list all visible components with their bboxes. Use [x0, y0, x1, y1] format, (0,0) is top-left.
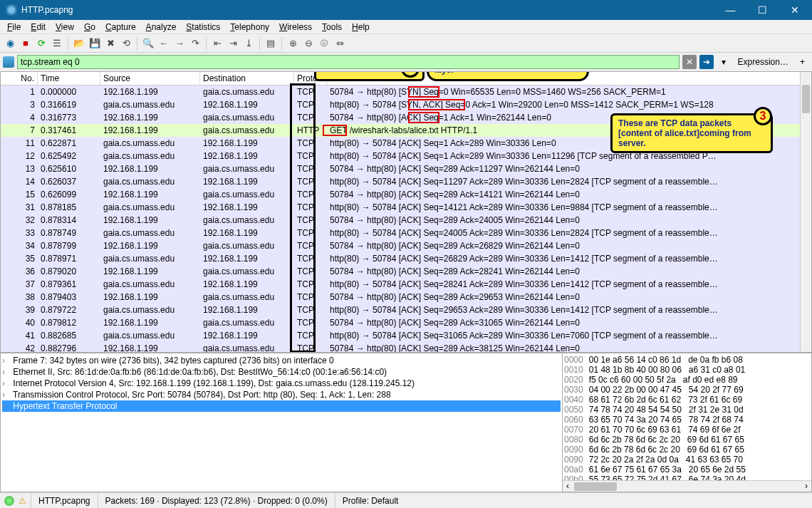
filter-clear-icon[interactable]: ✕: [682, 55, 697, 69]
annotation-2: HTTP GET Request for alice.txt 2: [314, 71, 425, 81]
menu-analyze[interactable]: Analyze: [142, 21, 181, 33]
separator: [281, 37, 282, 50]
app-icon: [6, 4, 17, 16]
start-capture-icon[interactable]: ◉: [3, 36, 17, 51]
prev-icon[interactable]: ←: [157, 36, 171, 51]
filter-history-icon[interactable]: ▾: [717, 55, 731, 69]
menu-telephony[interactable]: Telephony: [226, 21, 274, 33]
packet-row[interactable]: 320.878314192.168.1.199gaia.cs.umass.edu…: [1, 214, 811, 227]
packet-row[interactable]: 400.879812192.168.1.199gaia.cs.umass.edu…: [1, 316, 811, 329]
menu-help[interactable]: Help: [348, 21, 374, 33]
menu-statistics[interactable]: Statistics: [182, 21, 224, 33]
separator: [259, 37, 260, 50]
hex-row[interactable]: 001001 48 1b 8b 40 00 80 06 a6 31 c0 a8 …: [564, 365, 810, 375]
packet-row[interactable]: 360.879020192.168.1.199gaia.cs.umass.edu…: [1, 265, 811, 278]
close-button[interactable]: ✕: [779, 0, 811, 20]
separator: [137, 37, 137, 50]
tree-line[interactable]: › Hypertext Transfer Protocol: [2, 400, 561, 412]
hex-row[interactable]: 006063 65 70 74 3a 20 74 65 78 74 2f 68 …: [564, 415, 810, 425]
tree-line[interactable]: › Transmission Control Protocol, Src Por…: [2, 389, 561, 400]
stop-capture-icon[interactable]: ■: [19, 36, 33, 51]
next-icon[interactable]: →: [172, 36, 187, 51]
packet-row[interactable]: 410.882685gaia.cs.umass.edu192.168.1.199…: [1, 329, 811, 342]
restart-capture-icon[interactable]: ⟳: [34, 36, 48, 51]
col-destination[interactable]: Destination: [200, 72, 294, 85]
hex-scrollbar[interactable]: ‹›: [563, 480, 811, 492]
zoom-reset-icon[interactable]: ⦾: [317, 36, 331, 51]
filter-add-button[interactable]: +: [796, 57, 809, 67]
goto-last-icon[interactable]: ⇥: [226, 36, 240, 51]
status-profile[interactable]: Profile: Default: [335, 493, 406, 508]
zoom-in-icon[interactable]: ⊕: [286, 36, 300, 51]
packet-row[interactable]: 370.879361gaia.cs.umass.edu192.168.1.199…: [1, 278, 811, 291]
packet-row[interactable]: 390.879722gaia.cs.umass.edu192.168.1.199…: [1, 304, 811, 316]
packet-row[interactable]: 140.626037gaia.cs.umass.edu192.168.1.199…: [1, 175, 811, 188]
hex-row[interactable]: 00806d 6c 2b 78 6d 6c 2c 20 69 6d 61 67 …: [564, 435, 810, 445]
details-area: › Frame 7: 342 bytes on wire (2736 bits)…: [0, 353, 812, 492]
packet-row[interactable]: 10.000000192.168.1.199gaia.cs.umass.eduT…: [1, 85, 811, 98]
packet-bytes-pane[interactable]: 000000 1e a6 56 14 c0 86 1d de 0a fb b6 …: [562, 353, 811, 492]
col-no[interactable]: No.: [1, 72, 38, 85]
titlebar: HTTP.pcapng — ☐ ✕: [0, 0, 812, 20]
col-time[interactable]: Time: [38, 72, 100, 85]
packet-row[interactable]: 350.878971gaia.cs.umass.edu192.168.1.199…: [1, 252, 811, 265]
jump-icon[interactable]: ↷: [188, 36, 202, 51]
warning-icon: ⚠: [19, 496, 26, 506]
filter-bookmark-icon[interactable]: [3, 56, 14, 68]
packet-row[interactable]: 130.625610192.168.1.199gaia.cs.umass.edu…: [1, 162, 811, 175]
packet-row[interactable]: 30.316619gaia.cs.umass.edu192.168.1.199T…: [1, 98, 811, 111]
menu-view[interactable]: View: [51, 21, 78, 33]
hex-row[interactable]: 00a061 6e 67 75 61 67 65 3a 20 65 6e 2d …: [564, 465, 810, 475]
menu-capture[interactable]: Capture: [101, 21, 140, 33]
auto-scroll-icon[interactable]: ⤓: [241, 36, 256, 51]
packet-row[interactable]: 150.626099192.168.1.199gaia.cs.umass.edu…: [1, 188, 811, 201]
reload-icon[interactable]: ⟲: [119, 36, 133, 51]
annotation-3: These are TCP data packets [content of a…: [610, 113, 773, 153]
hex-row[interactable]: 009072 2c 20 2a 2f 2a 0d 0a 41 63 63 65 …: [564, 455, 810, 465]
hex-row[interactable]: 0020f5 0c c6 60 00 50 5f 2a af d0 ed e8 …: [564, 375, 810, 385]
packet-row[interactable]: 310.878185gaia.cs.umass.edu192.168.1.199…: [1, 201, 811, 214]
hex-row[interactable]: 007020 61 70 70 6c 69 63 61 74 69 6f 6e …: [564, 425, 810, 435]
packet-details-pane[interactable]: › Frame 7: 342 bytes on wire (2736 bits)…: [1, 353, 562, 492]
hex-row[interactable]: 005074 78 74 20 48 54 54 50 2f 31 2e 31 …: [564, 405, 810, 415]
hex-row[interactable]: 003004 00 22 2b 00 00 47 45 54 20 2f 77 …: [564, 385, 810, 395]
packet-row[interactable]: 420.882796192.168.1.199gaia.cs.umass.edu…: [1, 342, 811, 352]
goto-first-icon[interactable]: ⇤: [210, 36, 224, 51]
tree-line[interactable]: › Ethernet II, Src: 86:1d:de:0a:fb:b6 (8…: [2, 366, 561, 378]
packet-scrollbar[interactable]: [800, 72, 811, 352]
separator: [68, 37, 68, 50]
menu-tools[interactable]: Tools: [318, 21, 346, 33]
display-filter-input[interactable]: [17, 55, 680, 69]
open-file-icon[interactable]: 📂: [72, 36, 86, 51]
col-source[interactable]: Source: [100, 72, 200, 85]
expression-button[interactable]: Expression…: [734, 57, 793, 67]
tree-line[interactable]: › Internet Protocol Version 4, Src: 192.…: [2, 378, 561, 389]
minimize-button[interactable]: —: [714, 0, 746, 20]
packet-list-pane: No. Time Source Destination Protocol Inf…: [0, 71, 812, 353]
expert-info-icon[interactable]: [4, 496, 14, 506]
colorize-icon[interactable]: ▤: [264, 36, 278, 51]
menu-file[interactable]: File: [3, 21, 25, 33]
resize-cols-icon[interactable]: ⇔: [333, 36, 347, 51]
separator: [206, 37, 207, 50]
menu-go[interactable]: Go: [80, 21, 100, 33]
statusbar: ⚠ HTTP.pcapng Packets: 169 · Displayed: …: [0, 492, 812, 508]
maximize-button[interactable]: ☐: [746, 0, 779, 20]
toolbar: ◉ ■ ⟳ ☰ 📂 💾 ✖ ⟲ 🔍 ← → ↷ ⇤ ⇥ ⤓ ▤ ⊕ ⊖ ⦾ ⇔: [0, 34, 812, 53]
save-file-icon[interactable]: 💾: [88, 36, 102, 51]
menu-wireless[interactable]: Wireless: [275, 21, 316, 33]
find-icon[interactable]: 🔍: [141, 36, 155, 51]
packet-row[interactable]: 380.879403192.168.1.199gaia.cs.umass.edu…: [1, 291, 811, 304]
options-icon[interactable]: ☰: [50, 36, 64, 51]
menu-edit[interactable]: Edit: [26, 21, 50, 33]
hex-row[interactable]: 004068 61 72 6b 2d 6c 61 62 73 2f 61 6c …: [564, 395, 810, 405]
tree-line[interactable]: › Frame 7: 342 bytes on wire (2736 bits)…: [2, 355, 561, 366]
close-file-icon[interactable]: ✖: [103, 36, 118, 51]
packet-row[interactable]: 330.878749gaia.cs.umass.edu192.168.1.199…: [1, 227, 811, 239]
status-file: HTTP.pcapng: [31, 493, 98, 508]
packet-row[interactable]: 340.878799192.168.1.199gaia.cs.umass.edu…: [1, 239, 811, 252]
hex-row[interactable]: 000000 1e a6 56 14 c0 86 1d de 0a fb b6 …: [564, 355, 810, 365]
hex-row[interactable]: 00906d 6c 2b 78 6d 6c 2c 20 69 6d 61 67 …: [564, 445, 810, 455]
zoom-out-icon[interactable]: ⊖: [301, 36, 316, 51]
filter-apply-icon[interactable]: ➔: [699, 55, 714, 69]
